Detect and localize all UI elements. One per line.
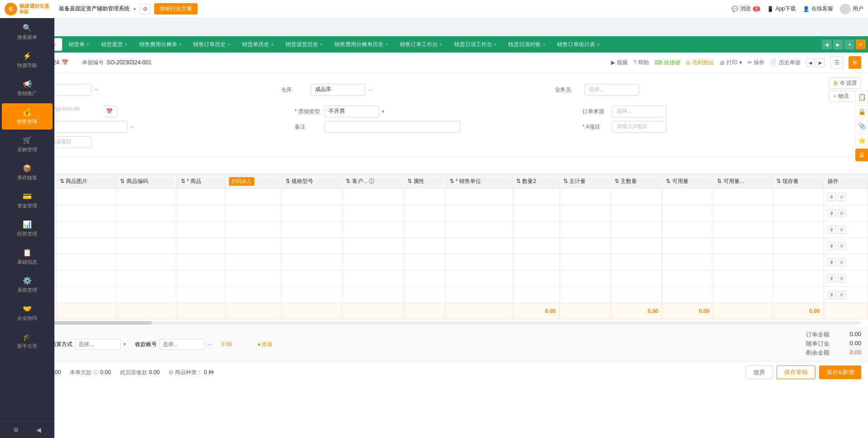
tab-sales-return[interactable]: 销货退货 × bbox=[96, 38, 133, 51]
tab-cash-workbench[interactable]: 钱货日清工作台 × bbox=[449, 38, 502, 51]
cell-2-avail[interactable] bbox=[662, 205, 713, 221]
sidebar-item-inventory[interactable]: 📦 库存核算 bbox=[2, 159, 53, 186]
tab-close-sales-stats[interactable]: × bbox=[597, 42, 600, 47]
cell-2-product[interactable] bbox=[177, 205, 225, 221]
save-draft-button[interactable]: 保存草稿 bbox=[776, 366, 815, 379]
online-service[interactable]: 👤 在线客服 bbox=[803, 5, 833, 13]
row-1-delete-icon[interactable]: 🗑 bbox=[828, 193, 836, 201]
cell-2-main-unit[interactable] bbox=[560, 205, 611, 221]
row-2-copy-icon[interactable]: ⊞ bbox=[838, 209, 846, 217]
tab-expense-history[interactable]: 销售费用分摊单历史 × bbox=[329, 38, 393, 51]
row-6-delete-icon[interactable]: 🗑 bbox=[828, 274, 836, 283]
cell-1-main-qty[interactable] bbox=[611, 189, 662, 205]
cell-1-code[interactable] bbox=[116, 189, 177, 205]
tab-close-sales-goods[interactable]: × bbox=[87, 42, 89, 47]
row-4-copy-icon[interactable]: ⊞ bbox=[838, 242, 846, 250]
payment-method-input[interactable] bbox=[75, 339, 121, 350]
ticket-dropdown-icon[interactable]: ▾ bbox=[382, 108, 384, 115]
horizontal-scrollbar[interactable] bbox=[7, 321, 861, 325]
notification-area[interactable]: 💬 消息 9 bbox=[732, 5, 760, 13]
system-dropdown-icon[interactable]: ▾ bbox=[133, 6, 136, 12]
tab-sales-expense[interactable]: 销售费用分摊单 × bbox=[134, 38, 187, 51]
sidebar-item-quick-nav[interactable]: ⚡ 快捷导航 bbox=[2, 47, 53, 73]
cell-1-qty2[interactable] bbox=[512, 189, 559, 205]
customer-more-icon[interactable]: ··· bbox=[94, 87, 98, 93]
cell-2-spec[interactable] bbox=[281, 205, 342, 221]
address-more-icon[interactable]: ··· bbox=[130, 124, 135, 130]
profit-toolbar-item[interactable]: ◎ 毛利预估 bbox=[686, 59, 714, 67]
history-toolbar-item[interactable]: 📄 历史单据 bbox=[770, 59, 800, 67]
tab-cash-reconcile[interactable]: 钱货日清对账 × bbox=[503, 38, 551, 51]
tab-close-sales-return[interactable]: × bbox=[125, 42, 127, 47]
calendar-icon[interactable]: 📅 bbox=[62, 59, 68, 66]
settings-float-button[interactable]: ⚙ ⚙ 设置 bbox=[829, 77, 861, 89]
user-area[interactable]: 用户 bbox=[840, 4, 863, 14]
shortcut-toolbar-item[interactable]: ⌨ 快捷键 bbox=[655, 59, 680, 67]
tab-sales-stats[interactable]: 销售订单统计表 × bbox=[552, 38, 605, 51]
tab-order-workbench[interactable]: 销售订单工作台 × bbox=[394, 38, 448, 51]
cell-1-attr[interactable] bbox=[404, 189, 446, 205]
grid-view-button[interactable]: ⊞ bbox=[849, 56, 861, 69]
delivery-date-input[interactable]: yyyy-mm-dd 📅 bbox=[46, 106, 117, 117]
cell-2-current[interactable] bbox=[772, 205, 824, 221]
warehouse-more-icon[interactable]: ··· bbox=[368, 87, 373, 93]
cell-1-avail-ext[interactable] bbox=[713, 189, 772, 205]
tab-close-order-workbench[interactable]: × bbox=[440, 42, 442, 47]
sidebar-item-operations[interactable]: 📊 经营管理 bbox=[2, 216, 53, 242]
ticket-input[interactable]: 不开票 bbox=[325, 106, 379, 117]
row-6-copy-icon[interactable]: ⊞ bbox=[838, 274, 846, 283]
a-project-input[interactable]: 请输入A项目 bbox=[612, 121, 667, 133]
operation-toolbar-item[interactable]: ✏ 操作 bbox=[747, 59, 765, 67]
sidebar-item-system[interactable]: ⚙️ 系统管理 bbox=[2, 272, 53, 298]
cell-2-attr[interactable] bbox=[404, 205, 446, 221]
tab-close-goods-history[interactable]: × bbox=[271, 42, 274, 47]
discard-button[interactable]: 放弃 bbox=[746, 366, 773, 379]
cell-2-main-qty[interactable] bbox=[611, 205, 662, 221]
right-panel-star-button[interactable]: ⭐ bbox=[855, 134, 868, 147]
cell-1-avail[interactable] bbox=[662, 189, 713, 205]
help-toolbar-item[interactable]: ? 帮助 bbox=[633, 59, 649, 67]
sidebar-item-finance[interactable]: 💳 资金管理 bbox=[2, 188, 53, 214]
account-input[interactable] bbox=[160, 339, 205, 350]
tab-close-expense-history[interactable]: × bbox=[385, 42, 388, 47]
sidebar-item-search[interactable]: 🔍 搜索菜单 bbox=[2, 19, 53, 45]
tab-close-cash-reconcile[interactable]: × bbox=[543, 42, 545, 47]
debit-info-icon[interactable]: ⓘ bbox=[93, 369, 98, 376]
sidebar-item-marketing[interactable]: 📢 营销推广 bbox=[2, 75, 53, 101]
right-panel-clipboard-button[interactable]: 📋 bbox=[855, 91, 868, 103]
cell-1-customer[interactable] bbox=[342, 189, 404, 205]
cell-1-scan[interactable] bbox=[225, 189, 281, 205]
tab-menu-button[interactable]: ▾ bbox=[844, 39, 854, 49]
right-panel-lock-button[interactable]: 🔒 bbox=[855, 105, 868, 118]
account-more-icon[interactable]: ··· bbox=[208, 341, 212, 347]
cell-2-code[interactable] bbox=[116, 205, 177, 221]
solution-button[interactable]: 体验行业方案 bbox=[154, 3, 198, 14]
cell-2-avail-ext[interactable] bbox=[713, 205, 772, 221]
tab-return-history[interactable]: 销货退货历史 × bbox=[280, 38, 328, 51]
tab-close-cash-workbench[interactable]: × bbox=[494, 42, 497, 47]
row-3-delete-icon[interactable]: 🗑 bbox=[828, 226, 836, 234]
scan-button[interactable]: 扫码录入 bbox=[229, 177, 254, 186]
row-7-copy-icon[interactable]: ⊞ bbox=[838, 291, 846, 299]
row-4-delete-icon[interactable]: 🗑 bbox=[828, 242, 836, 250]
row-1-copy-icon[interactable]: ⊞ bbox=[838, 193, 846, 201]
remark-input[interactable] bbox=[325, 121, 461, 133]
save-new-button[interactable]: 保存&新增 bbox=[819, 366, 861, 379]
row-7-delete-icon[interactable]: 🗑 bbox=[828, 291, 836, 299]
tab-close-sales-order-history[interactable]: × bbox=[228, 42, 230, 47]
tab-goods-history[interactable]: 销货单历史 × bbox=[237, 38, 279, 51]
cell-2-image[interactable] bbox=[56, 205, 116, 221]
right-panel-link-button[interactable]: 📎 bbox=[855, 120, 868, 132]
tab-prev-button[interactable]: ◀ bbox=[822, 39, 832, 49]
view-toolbar-item[interactable]: ▶ 视频 bbox=[611, 59, 628, 67]
row-5-delete-icon[interactable]: 🗑 bbox=[828, 258, 836, 266]
tab-sales-goods[interactable]: 销货单 × bbox=[63, 38, 95, 51]
sidebar-gear-button[interactable]: ⚙ bbox=[13, 426, 19, 433]
print-toolbar-item[interactable]: 🖨 打印 ▾ bbox=[719, 59, 742, 67]
nav-next-button[interactable]: ▶ bbox=[816, 58, 825, 67]
cell-1-unit[interactable] bbox=[446, 189, 512, 205]
row-3-copy-icon[interactable]: ⊞ bbox=[838, 226, 846, 234]
app-download[interactable]: 📱 App下载 bbox=[767, 5, 796, 13]
cell-2-unit[interactable] bbox=[446, 205, 512, 221]
salesperson-input[interactable]: 选择... bbox=[585, 84, 639, 96]
